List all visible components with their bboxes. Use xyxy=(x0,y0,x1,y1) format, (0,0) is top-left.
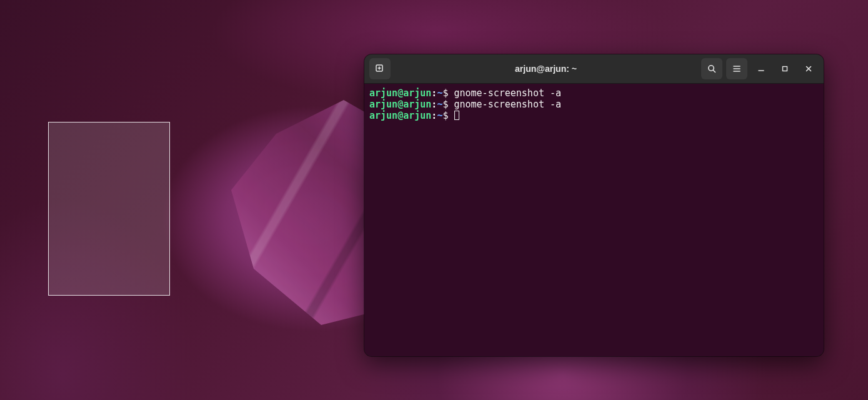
search-icon xyxy=(707,64,717,74)
search-button[interactable] xyxy=(701,58,722,79)
terminal-window: arjun@arjun: ~ xyxy=(364,54,824,356)
prompt-dollar: $ xyxy=(442,88,454,99)
minimize-icon xyxy=(757,65,765,72)
terminal-line: arjun@arjun:~$ gnome-screenshot -a xyxy=(369,99,819,110)
command-text: gnome-screenshot -a xyxy=(454,88,561,99)
screenshot-area-selection[interactable] xyxy=(48,122,170,296)
command-text: gnome-screenshot -a xyxy=(454,99,561,110)
prompt-user: arjun@arjun xyxy=(369,88,431,99)
close-icon xyxy=(805,65,812,72)
maximize-button[interactable] xyxy=(775,60,795,78)
hamburger-menu-button[interactable] xyxy=(726,58,747,79)
minimize-button[interactable] xyxy=(751,60,771,78)
terminal-line: arjun@arjun:~$ gnome-screenshot -a xyxy=(369,88,819,99)
terminal-cursor xyxy=(454,111,459,120)
new-tab-button[interactable] xyxy=(369,58,391,79)
terminal-output[interactable]: arjun@arjun:~$ gnome-screenshot -aarjun@… xyxy=(364,84,824,356)
prompt-user: arjun@arjun xyxy=(369,110,431,121)
svg-rect-9 xyxy=(783,67,787,71)
prompt-dollar: $ xyxy=(442,110,454,121)
hamburger-icon xyxy=(732,64,742,74)
terminal-titlebar[interactable]: arjun@arjun: ~ xyxy=(364,54,824,84)
new-tab-icon xyxy=(375,64,385,74)
maximize-icon xyxy=(781,65,789,72)
window-title: arjun@arjun: ~ xyxy=(394,64,697,74)
prompt-dollar: $ xyxy=(442,99,454,110)
close-button[interactable] xyxy=(799,60,819,78)
svg-line-4 xyxy=(713,70,715,72)
prompt-user: arjun@arjun xyxy=(369,99,431,110)
terminal-line: arjun@arjun:~$ xyxy=(369,110,819,121)
